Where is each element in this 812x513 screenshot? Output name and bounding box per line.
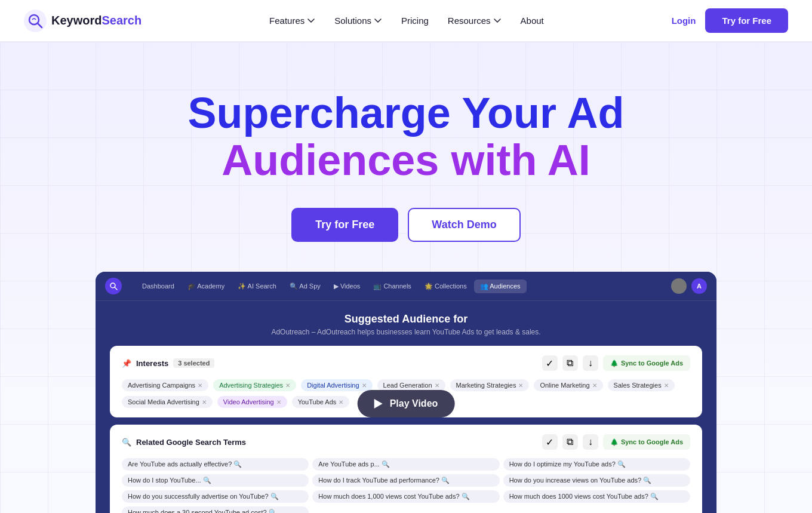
play-icon bbox=[374, 399, 383, 408]
term-1: Are YouTube ads actually effective? 🔍 bbox=[122, 458, 309, 471]
related-terms-header: 🔍 Related Google Search Terms ✓ ⧉ ↓ 🌲 Sy… bbox=[122, 434, 690, 450]
tag-lead-generation: Lead Generation ✕ bbox=[377, 379, 445, 391]
app-topbar: Dashboard 🎓 Academy ✨ AI Search 🔍 Ad Spy… bbox=[96, 272, 716, 301]
try-free-hero-button[interactable]: Try for Free bbox=[291, 208, 398, 242]
tag-social-media-advertising: Social Media Advertising ✕ bbox=[122, 396, 213, 408]
related-terms-card: 🔍 Related Google Search Terms ✓ ⧉ ↓ 🌲 Sy… bbox=[110, 425, 702, 513]
navbar: KeywordSearch Features Solutions Pricing… bbox=[0, 0, 812, 42]
related-check-action[interactable]: ✓ bbox=[542, 434, 558, 450]
hero-section: Supercharge Your Ad Audiences with AI Tr… bbox=[0, 42, 812, 513]
nav-features[interactable]: Features bbox=[269, 16, 315, 26]
tag-marketing-strategies: Marketing Strategies ✕ bbox=[450, 379, 530, 391]
hero-content: Supercharge Your Ad Audiences with AI Tr… bbox=[24, 90, 788, 513]
related-sync-button[interactable]: 🌲 Sync to Google Ads bbox=[603, 434, 690, 450]
app-preview: Dashboard 🎓 Academy ✨ AI Search 🔍 Ad Spy… bbox=[96, 272, 716, 513]
term-4: How do I stop YouTube... 🔍 bbox=[122, 474, 309, 487]
tag-sales-strategies: Sales Strategies ✕ bbox=[608, 379, 675, 391]
interests-download-action[interactable]: ↓ bbox=[583, 355, 598, 371]
term-10: How much does a 30 second YouTube ad cos… bbox=[122, 506, 309, 513]
app-nav-videos[interactable]: ▶ Videos bbox=[328, 279, 367, 293]
app-nav-audiences[interactable]: 👥 Audiences bbox=[474, 279, 527, 293]
app-section-title: Suggested Audience for bbox=[110, 313, 702, 325]
interests-count-badge: 3 selected bbox=[173, 358, 214, 368]
app-nav-academy[interactable]: 🎓 Academy bbox=[182, 279, 230, 293]
app-logo-area bbox=[105, 278, 122, 294]
app-preview-wrapper: Dashboard 🎓 Academy ✨ AI Search 🔍 Ad Spy… bbox=[24, 272, 788, 513]
interests-title: 📌 Interests 3 selected bbox=[122, 358, 214, 368]
app-nav-items: Dashboard 🎓 Academy ✨ AI Search 🔍 Ad Spy… bbox=[136, 279, 671, 293]
app-section-sub: AdOutreach – AdOutreach helps businesses… bbox=[110, 328, 702, 336]
term-2: Are YouTube ads p... 🔍 bbox=[312, 458, 499, 471]
logo-link[interactable]: KeywordSearch bbox=[24, 10, 142, 32]
related-download-action[interactable]: ↓ bbox=[583, 434, 598, 450]
try-free-nav-button[interactable]: Try for Free bbox=[705, 8, 788, 33]
interests-sync-button[interactable]: 🌲 Sync to Google Ads bbox=[603, 355, 690, 371]
term-9: How much does 1000 views cost YouTube ad… bbox=[503, 490, 690, 503]
svg-point-0 bbox=[24, 10, 47, 32]
interests-check-action[interactable]: ✓ bbox=[542, 355, 558, 371]
hero-headline: Supercharge Your Ad Audiences with AI bbox=[137, 90, 675, 184]
play-video-button[interactable]: Play Video bbox=[358, 390, 455, 417]
term-8: How much does 1,000 views cost YouTube a… bbox=[312, 490, 499, 503]
tag-advertising-campaigns: Advertising Campaigns ✕ bbox=[122, 379, 208, 391]
app-avatar-globe bbox=[671, 278, 687, 294]
related-terms-actions: ✓ ⧉ ↓ 🌲 Sync to Google Ads bbox=[542, 434, 690, 450]
logo-text: KeywordSearch bbox=[51, 14, 142, 27]
nav-actions: Login Try for Free bbox=[672, 8, 788, 33]
interests-card-actions: ✓ ⧉ ↓ 🌲 Sync to Google Ads bbox=[542, 355, 690, 371]
tag-video-advertising: Video Advertising ✕ bbox=[217, 396, 287, 408]
term-7: How do you successfully advertise on You… bbox=[122, 490, 309, 503]
tag-advertising-strategies: Advertising Strategies ✕ bbox=[213, 379, 296, 391]
login-button[interactable]: Login bbox=[672, 16, 696, 26]
hero-buttons: Try for Free Watch Demo bbox=[24, 208, 788, 242]
interests-card-header: 📌 Interests 3 selected ✓ ⧉ ↓ 🌲 Sync bbox=[122, 355, 690, 371]
nav-links: Features Solutions Pricing Resources Abo… bbox=[269, 16, 544, 26]
nav-resources[interactable]: Resources bbox=[448, 16, 502, 26]
term-3: How do I optimize my YouTube ads? 🔍 bbox=[503, 458, 690, 471]
interests-copy-action[interactable]: ⧉ bbox=[562, 355, 578, 371]
term-6: How do you increase views on YouTube ads… bbox=[503, 474, 690, 487]
app-logo-circle bbox=[105, 278, 122, 294]
watch-demo-button[interactable]: Watch Demo bbox=[408, 208, 520, 242]
related-terms-title: 🔍 Related Google Search Terms bbox=[122, 438, 246, 447]
app-nav-ai-search[interactable]: ✨ AI Search bbox=[232, 279, 282, 293]
app-nav-dashboard[interactable]: Dashboard bbox=[136, 279, 180, 293]
tag-youtube-ads: YouTube Ads ✕ bbox=[292, 396, 350, 408]
related-copy-action[interactable]: ⧉ bbox=[562, 434, 578, 450]
logo-icon bbox=[24, 10, 47, 32]
svg-line-4 bbox=[115, 287, 117, 290]
tag-digital-advertising: Digital Advertising ✕ bbox=[301, 379, 372, 391]
app-user-area: A bbox=[671, 278, 707, 294]
video-overlay: Play Video bbox=[358, 390, 455, 417]
app-avatar-user: A bbox=[691, 278, 707, 294]
nav-solutions[interactable]: Solutions bbox=[334, 16, 382, 26]
term-5: How do I track YouTube ad performance? 🔍 bbox=[312, 474, 499, 487]
related-terms-grid: Are YouTube ads actually effective? 🔍 Ar… bbox=[122, 458, 690, 513]
nav-pricing[interactable]: Pricing bbox=[401, 16, 429, 26]
tag-online-marketing: Online Marketing ✕ bbox=[534, 379, 602, 391]
app-nav-channels[interactable]: 📺 Channels bbox=[367, 279, 417, 293]
app-nav-collections[interactable]: 🌟 Collections bbox=[419, 279, 473, 293]
nav-about[interactable]: About bbox=[521, 16, 544, 26]
app-nav-ad-spy[interactable]: 🔍 Ad Spy bbox=[284, 279, 327, 293]
